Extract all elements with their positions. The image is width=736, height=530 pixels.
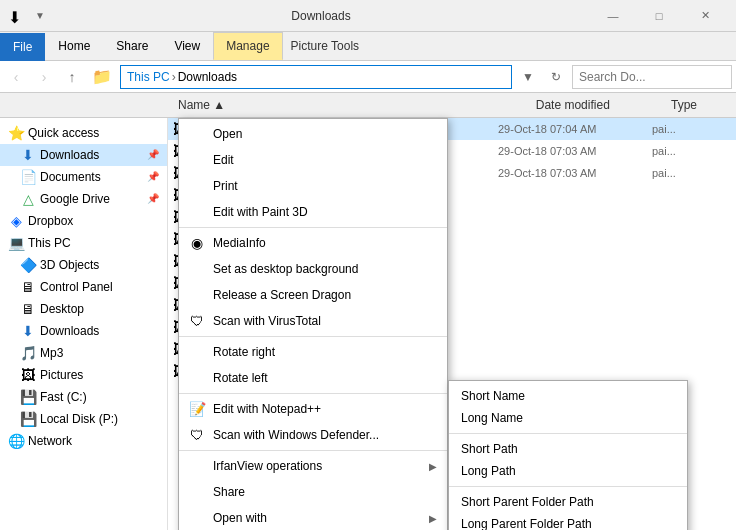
3d-objects-icon: 🔷 [20, 257, 36, 273]
path-this-pc: This PC [127, 70, 170, 84]
screen-dragon-icon [189, 287, 205, 303]
sidebar-item-local-disk-p[interactable]: 💾 Local Disk (P:) [0, 408, 167, 430]
file-type: pai... [652, 123, 732, 135]
local-disk-p-icon: 💾 [20, 411, 36, 427]
virustotal-icon: 🛡 [189, 313, 205, 329]
maximize-button[interactable]: □ [636, 0, 682, 32]
col-header-name[interactable]: Name ▲ [170, 98, 528, 112]
ctx-edit-notepad[interactable]: 📝 Edit with Notepad++ [179, 396, 447, 422]
address-path[interactable]: This PC › Downloads [120, 65, 512, 89]
ctx-scan-defender[interactable]: 🛡 Scan with Windows Defender... [179, 422, 447, 448]
sub-short-name[interactable]: Short Name [449, 385, 687, 407]
search-input[interactable] [572, 65, 732, 89]
quick-access-icon: ⭐ [8, 125, 24, 141]
close-button[interactable]: ✕ [682, 0, 728, 32]
sidebar-item-network[interactable]: 🌐 Network [0, 430, 167, 452]
sub-short-path[interactable]: Short Path [449, 438, 687, 460]
ctx-edit[interactable]: Edit [179, 147, 447, 173]
sub-long-name[interactable]: Long Name [449, 407, 687, 429]
folder-icon: 📁 [92, 67, 112, 86]
context-menu: Open Edit Print Edit with Paint 3D ◉ Med… [178, 118, 448, 530]
tab-picture-tools[interactable]: Picture Tools [283, 39, 367, 53]
rotate-left-icon [189, 370, 205, 386]
sidebar-item-desktop[interactable]: 🖥 Desktop [0, 298, 167, 320]
col-header-type[interactable]: Type [663, 98, 736, 112]
network-icon: 🌐 [8, 433, 24, 449]
ctx-irfanview[interactable]: IrfanView operations ▶ [179, 453, 447, 479]
tab-file[interactable]: File [0, 33, 45, 61]
downloads2-icon: ⬇ [20, 323, 36, 339]
ctx-set-background[interactable]: Set as desktop background [179, 256, 447, 282]
mp3-icon: 🎵 [20, 345, 36, 361]
tab-manage[interactable]: Manage [213, 32, 282, 60]
sidebar: ⭐ Quick access ⬇ Downloads 📌 📄 Documents… [0, 118, 168, 530]
ctx-print[interactable]: Print [179, 173, 447, 199]
sub-short-parent-folder-path[interactable]: Short Parent Folder Path [449, 491, 687, 513]
ctx-rotate-left[interactable]: Rotate left [179, 365, 447, 391]
rotate-right-icon [189, 344, 205, 360]
documents-icon: 📄 [20, 169, 36, 185]
file-type: pai... [652, 145, 732, 157]
sidebar-item-dropbox[interactable]: ◈ Dropbox [0, 210, 167, 232]
ctx-rotate-right[interactable]: Rotate right [179, 339, 447, 365]
address-bar: ‹ › ↑ 📁 This PC › Downloads ▼ ↻ [0, 61, 736, 93]
ctx-screen-dragon[interactable]: Release a Screen Dragon [179, 282, 447, 308]
sub-long-parent-folder-path[interactable]: Long Parent Folder Path [449, 513, 687, 530]
path-downloads: Downloads [178, 70, 237, 84]
window-title: Downloads [52, 9, 590, 23]
ribbon: File Home Share View Manage Picture Tool… [0, 32, 736, 61]
minimize-button[interactable]: — [590, 0, 636, 32]
downloads-icon: ⬇ [20, 147, 36, 163]
separator-2 [179, 336, 447, 337]
up-button[interactable]: ↑ [60, 65, 84, 89]
tab-view[interactable]: View [161, 32, 213, 60]
ctx-open[interactable]: Open [179, 121, 447, 147]
mediainfo-icon: ◉ [189, 235, 205, 251]
sidebar-item-mp3[interactable]: 🎵 Mp3 [0, 342, 167, 364]
sub-separator-2 [449, 486, 687, 487]
paint3d-icon [189, 204, 205, 220]
file-date: 29-Oct-18 07:03 AM [498, 167, 648, 179]
sidebar-item-downloads-quick[interactable]: ⬇ Downloads 📌 [0, 144, 167, 166]
title-bar: ⬇ ▼ Downloads — □ ✕ [0, 0, 736, 32]
control-panel-icon: 🖥 [20, 279, 36, 295]
tab-share[interactable]: Share [103, 32, 161, 60]
sidebar-item-downloads[interactable]: ⬇ Downloads [0, 320, 167, 342]
separator-1 [179, 227, 447, 228]
col-header-date[interactable]: Date modified [528, 98, 663, 112]
sidebar-item-documents[interactable]: 📄 Documents 📌 [0, 166, 167, 188]
file-date: 29-Oct-18 07:03 AM [498, 145, 648, 157]
open-with-icon [189, 510, 205, 526]
ctx-edit-paint3d[interactable]: Edit with Paint 3D [179, 199, 447, 225]
window-buttons: — □ ✕ [590, 0, 728, 32]
ctx-mediainfo[interactable]: ◉ MediaInfo [179, 230, 447, 256]
ctx-scan-virustotal[interactable]: 🛡 Scan with VirusTotal [179, 308, 447, 334]
refresh-icon[interactable]: ↻ [544, 65, 568, 89]
notepad-icon: 📝 [189, 401, 205, 417]
sidebar-item-this-pc[interactable]: 💻 This PC [0, 232, 167, 254]
this-pc-icon: 💻 [8, 235, 24, 251]
ctx-share[interactable]: Share [179, 479, 447, 505]
arrow-icon: ▶ [429, 461, 437, 472]
app-icon: ⬇ [8, 8, 24, 24]
title-bar-controls: ⬇ ▼ [8, 4, 52, 28]
back-button[interactable]: ‹ [4, 65, 28, 89]
quick-access-btn[interactable]: ▼ [28, 4, 52, 28]
sidebar-item-3d-objects[interactable]: 🔷 3D Objects [0, 254, 167, 276]
defender-icon: 🛡 [189, 427, 205, 443]
sidebar-item-pictures[interactable]: 🖼 Pictures [0, 364, 167, 386]
ctx-open-with[interactable]: Open with ▶ [179, 505, 447, 530]
refresh-button[interactable]: ▼ [516, 65, 540, 89]
file-type: pai... [652, 167, 732, 179]
print-icon [189, 178, 205, 194]
sidebar-item-fast-c[interactable]: 💾 Fast (C:) [0, 386, 167, 408]
edit-icon [189, 152, 205, 168]
sidebar-item-control-panel[interactable]: 🖥 Control Panel [0, 276, 167, 298]
sub-long-path[interactable]: Long Path [449, 460, 687, 482]
tab-home[interactable]: Home [45, 32, 103, 60]
sidebar-item-google-drive[interactable]: △ Google Drive 📌 [0, 188, 167, 210]
submenu: Short Name Long Name Short Path Long Pat… [448, 380, 688, 530]
fast-c-icon: 💾 [20, 389, 36, 405]
forward-button[interactable]: › [32, 65, 56, 89]
sidebar-item-quick-access[interactable]: ⭐ Quick access [0, 122, 167, 144]
